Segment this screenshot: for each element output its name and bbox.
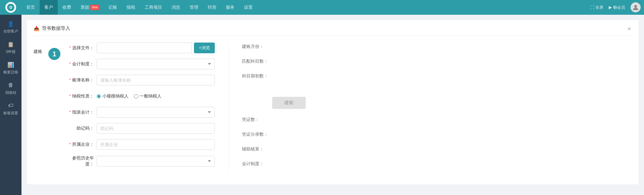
tax-general-label: 一般纳税人 bbox=[140, 93, 161, 99]
nav-item-服务[interactable]: 服务 bbox=[221, 0, 239, 15]
sidebar-icon: 📊 bbox=[7, 61, 14, 68]
memo-row: 助记码： bbox=[67, 123, 215, 134]
sidebar-icon: 🗑 bbox=[7, 81, 14, 89]
nav-item-管理[interactable]: 管理 bbox=[185, 0, 203, 15]
tax-small-label: 小规模纳税人 bbox=[102, 93, 129, 99]
page-header: 📥 导爷数据导入 bbox=[34, 25, 632, 36]
sidebar-item-回收站[interactable]: 🗑回收站 bbox=[0, 79, 21, 98]
company-row: * 所属企业： bbox=[67, 139, 215, 150]
sidebar: 👤全部客户📋0申报📊账套迁移🗑回收站🏷标签设置 bbox=[0, 15, 21, 195]
form-right: 建账月份： 匹配科目数： 科目期初数： 建账 bbox=[228, 43, 336, 175]
right-accounting-system-row: 会计制度： bbox=[242, 160, 336, 168]
ledger-name-label: * 账簿名称： bbox=[67, 77, 94, 83]
file-input-group: +浏览 bbox=[97, 43, 215, 53]
build-month-label: 建账月份： bbox=[242, 44, 272, 50]
create-btn-area: 建账 bbox=[242, 90, 336, 109]
top-nav: ✿ 首页客户收费票据new记账报税工商项目消息管理经营服务设置 ⛶ 全屏 ▶ 畅… bbox=[0, 0, 644, 15]
voucher-label: 凭证数： bbox=[242, 117, 272, 123]
accounting-system-select[interactable] bbox=[97, 59, 215, 69]
nav-item-首页[interactable]: 首页 bbox=[21, 0, 40, 15]
vip-button[interactable]: ▶ 畅会员 bbox=[609, 5, 625, 10]
tax-nature-row: * 纳税性质： 小规模纳税人 一般纳税人 bbox=[67, 91, 215, 102]
tax-nature-label: * 纳税性质： bbox=[67, 93, 94, 99]
sidebar-label: 回收站 bbox=[5, 90, 16, 95]
subject-init-row: 科目期初数： bbox=[242, 72, 336, 80]
tax-small-option[interactable]: 小规模纳税人 bbox=[97, 93, 129, 99]
page-title: 导爷数据导入 bbox=[42, 25, 70, 31]
assign-accountant-row: * 指派会计： bbox=[67, 107, 215, 118]
sidebar-item-0申报[interactable]: 📋0申报 bbox=[0, 38, 21, 57]
company-label: * 所属企业： bbox=[67, 141, 94, 147]
nav-item-经营[interactable]: 经营 bbox=[203, 0, 221, 15]
nav-right: ⛶ 全屏 ▶ 畅会员 bbox=[590, 2, 641, 12]
nav-item-客户[interactable]: 客户 bbox=[40, 0, 58, 15]
tax-general-option[interactable]: 一般纳税人 bbox=[134, 93, 161, 99]
voucher-records-label: 凭证分录数： bbox=[242, 131, 272, 137]
sidebar-icon: 👤 bbox=[7, 20, 14, 27]
fullscreen-button[interactable]: ⛶ 全屏 bbox=[590, 5, 603, 10]
step-indicator: 1 bbox=[48, 45, 60, 60]
nav-item-消息[interactable]: 消息 bbox=[167, 0, 185, 15]
memo-label: 助记码： bbox=[67, 125, 94, 131]
accounting-system-label: * 会计制度： bbox=[67, 61, 94, 67]
file-row: * 选择文件： +浏览 bbox=[67, 43, 215, 53]
sidebar-item-全部客户[interactable]: 👤全部客户 bbox=[0, 17, 21, 37]
nav-item-设置[interactable]: 设置 bbox=[239, 0, 257, 15]
file-label: * 选择文件： bbox=[67, 45, 94, 51]
step-label: 建账 bbox=[34, 45, 42, 55]
sidebar-item-账套迁移[interactable]: 📊账套迁移 bbox=[0, 58, 21, 77]
sidebar-icon: 📋 bbox=[7, 41, 14, 48]
nav-item-记账[interactable]: 记账 bbox=[104, 0, 122, 15]
logo[interactable]: ✿ bbox=[3, 0, 18, 15]
nav-item-工商项目[interactable]: 工商项目 bbox=[140, 0, 167, 15]
nav-item-收费[interactable]: 收费 bbox=[58, 0, 76, 15]
memo-input[interactable] bbox=[97, 123, 215, 134]
history-year-row: 参照历史年度： bbox=[67, 155, 215, 167]
assign-accountant-select[interactable] bbox=[97, 107, 215, 118]
sidebar-label: 全部客户 bbox=[3, 29, 18, 34]
fullscreen-icon: ⛶ bbox=[590, 5, 594, 10]
accounting-system-row: * 会计制度： bbox=[67, 59, 215, 69]
sidebar-item-标签设置[interactable]: 🏷标签设置 bbox=[0, 99, 21, 118]
vip-icon: ▶ bbox=[609, 5, 612, 10]
page-title-icon: 📥 bbox=[34, 26, 39, 31]
match-subject-label: 匹配科目数： bbox=[242, 58, 272, 64]
voucher-records-row: 凭证分录数： bbox=[242, 130, 336, 138]
create-account-button[interactable]: 建账 bbox=[272, 97, 306, 109]
company-input[interactable] bbox=[97, 139, 215, 150]
voucher-row: 凭证数： bbox=[242, 116, 336, 124]
history-year-select[interactable] bbox=[97, 156, 215, 167]
tax-nature-radio-group: 小规模纳税人 一般纳税人 bbox=[97, 93, 215, 99]
page-card: 📥 导爷数据导入 × 建账 1 bbox=[27, 20, 639, 184]
match-subject-row: 匹配科目数： bbox=[242, 57, 336, 65]
sidebar-icon: 🏷 bbox=[7, 102, 14, 109]
build-month-row: 建账月份： bbox=[242, 43, 336, 51]
close-button[interactable]: × bbox=[625, 25, 633, 33]
browse-button[interactable]: +浏览 bbox=[194, 43, 215, 53]
form-container: 建账 1 * 选择文件： +浏览 bbox=[34, 43, 632, 175]
ledger-name-input[interactable] bbox=[97, 75, 215, 85]
nav-item-报税[interactable]: 报税 bbox=[122, 0, 140, 15]
step-number: 1 bbox=[48, 48, 60, 60]
file-input[interactable] bbox=[97, 43, 192, 53]
subject-init-label: 科目期初数： bbox=[242, 73, 272, 79]
sidebar-label: 0申报 bbox=[6, 49, 15, 54]
nav-menu: 首页客户收费票据new记账报税工商项目消息管理经营服务设置 bbox=[21, 0, 257, 15]
avatar[interactable] bbox=[631, 2, 641, 12]
sidebar-label: 账套迁移 bbox=[3, 70, 18, 75]
history-year-label: 参照历史年度： bbox=[67, 155, 94, 167]
nav-item-票据[interactable]: 票据new bbox=[76, 0, 104, 15]
aux-accounting-label: 辅助核算： bbox=[242, 146, 272, 152]
aux-accounting-row: 辅助核算： bbox=[242, 145, 336, 153]
right-accounting-system-label: 会计制度： bbox=[242, 161, 272, 167]
ledger-name-row: * 账簿名称： bbox=[67, 75, 215, 85]
tax-general-radio[interactable] bbox=[134, 94, 138, 99]
logo-icon: ✿ bbox=[9, 5, 12, 10]
svg-point-0 bbox=[634, 5, 637, 8]
form-fields: * 选择文件： +浏览 * 会计制度： bbox=[67, 43, 215, 173]
form-left: 建账 1 * 选择文件： +浏览 bbox=[34, 43, 215, 175]
assign-accountant-label: * 指派会计： bbox=[67, 109, 94, 115]
sidebar-label: 标签设置 bbox=[3, 111, 18, 116]
tax-small-radio[interactable] bbox=[97, 94, 101, 99]
main-content: 📥 导爷数据导入 × 建账 1 bbox=[21, 15, 644, 195]
